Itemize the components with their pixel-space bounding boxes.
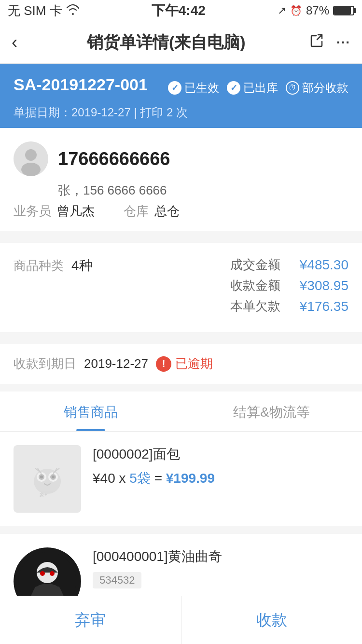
customer-phone: 17666666666 xyxy=(58,149,170,169)
tabs-section: 销售商品 结算&物流等 xyxy=(0,392,362,432)
avatar xyxy=(14,141,48,176)
total-1: ¥199.99 xyxy=(166,471,215,486)
due-date: 2019-12-27 xyxy=(84,356,148,371)
more-button[interactable]: ··· xyxy=(336,35,350,50)
cancel-button[interactable]: 弃审 xyxy=(0,596,181,644)
confirm-button[interactable]: 收款 xyxy=(181,596,362,644)
debt-label: 本单欠款 xyxy=(230,298,280,315)
svg-text:象+: 象+ xyxy=(40,492,47,497)
product-price-1: ¥40 x 5袋 = ¥199.99 xyxy=(93,469,348,488)
nav-bar: ‹ 销货单详情(来自电脑) ··· xyxy=(0,21,362,64)
stats-section: 商品种类 4种 成交金额 ¥485.30 收款金额 ¥308.95 本单欠款 ¥… xyxy=(0,239,362,332)
status-time: 下午4:42 xyxy=(152,1,206,20)
clock-icon: ⏱ xyxy=(286,81,299,95)
svg-point-9 xyxy=(52,476,55,478)
order-id: SA-20191227-001 xyxy=(14,75,148,94)
back-button[interactable]: ‹ xyxy=(12,28,23,56)
customer-name-detail: 张，156 6666 6666 xyxy=(14,182,348,199)
staff-value: 曾凡杰 xyxy=(57,203,95,220)
deal-label: 成交金额 xyxy=(230,256,280,273)
svg-point-8 xyxy=(40,476,43,478)
status-badges: ✓ 已生效 ✓ 已出库 ⏱ 部分收款 xyxy=(168,80,348,96)
due-section: 收款到期日 2019-12-27 ! 已逾期 xyxy=(0,340,362,384)
deal-value: ¥485.30 xyxy=(300,257,348,273)
product-info-1: [0000002]面包 ¥40 x 5袋 = ¥199.99 xyxy=(93,445,348,488)
check-icon-1: ✓ xyxy=(168,81,181,95)
overdue-badge: ! 已逾期 xyxy=(156,355,213,372)
badge-partial: ⏱ 部分收款 xyxy=(286,80,348,96)
svg-point-2 xyxy=(21,163,41,176)
warehouse-row: 仓库 总仓 xyxy=(124,203,180,220)
alarm-icon: ⏰ xyxy=(290,5,302,16)
badge-active: ✓ 已生效 xyxy=(168,80,219,96)
staff-row: 业务员 曾凡杰 xyxy=(14,203,95,220)
tab-products[interactable]: 销售商品 xyxy=(0,392,181,431)
location-icon: ↗ xyxy=(278,4,286,17)
order-meta: 单据日期：2019-12-27 | 打印 2 次 xyxy=(14,105,188,120)
warehouse-value: 总仓 xyxy=(154,203,180,220)
warehouse-label: 仓库 xyxy=(124,203,149,220)
staff-label: 业务员 xyxy=(14,203,51,220)
battery-percent: 87% xyxy=(306,4,329,17)
stats-left: 商品种类 4种 xyxy=(14,256,93,275)
share-button[interactable] xyxy=(309,33,325,52)
qty-1: 5袋 xyxy=(129,471,151,486)
product-item: 象+ [0000002]面包 ¥40 x 5袋 = ¥199.99 xyxy=(0,432,362,526)
customer-section: 17666666666 张，156 6666 6666 业务员 曾凡杰 仓库 总… xyxy=(0,128,362,231)
svg-point-3 xyxy=(34,469,61,494)
svg-point-1 xyxy=(25,149,37,161)
page-title: 销货单详情(来自电脑) xyxy=(23,31,309,54)
carrier-text: 无 SIM 卡 xyxy=(8,2,62,19)
product-image-1: 象+ xyxy=(14,445,81,513)
product-type-label: 商品种类 xyxy=(14,257,64,274)
svg-point-14 xyxy=(50,571,55,576)
due-label: 收款到期日 xyxy=(14,355,76,372)
tab-settlement[interactable]: 结算&物流等 xyxy=(181,392,362,431)
receipt-label: 收款金额 xyxy=(230,277,280,294)
svg-point-13 xyxy=(40,571,45,576)
nav-actions: ··· xyxy=(309,33,350,52)
check-icon-2: ✓ xyxy=(227,81,240,95)
header-banner: SA-20191227-001 ✓ 已生效 ✓ 已出库 ⏱ 部分收款 单据日期：… xyxy=(0,64,362,128)
status-bar: 无 SIM 卡 下午4:42 ↗ ⏰ 87% xyxy=(0,0,362,21)
overdue-text: 已逾期 xyxy=(175,355,213,372)
overdue-icon: ! xyxy=(156,356,171,372)
status-right: ↗ ⏰ 87% xyxy=(278,4,354,17)
price-1: ¥40 xyxy=(93,471,115,486)
battery-icon xyxy=(333,6,354,15)
product-sku-2: 534532 xyxy=(93,572,141,588)
product-name-2: [000400001]黄油曲奇 xyxy=(93,547,348,566)
receipt-value: ¥308.95 xyxy=(300,278,348,294)
product-name-1: [0000002]面包 xyxy=(93,445,348,463)
product-type-value: 4种 xyxy=(71,256,93,275)
debt-value: ¥176.35 xyxy=(300,299,348,314)
stats-right: 成交金额 ¥485.30 收款金额 ¥308.95 本单欠款 ¥176.35 xyxy=(230,256,348,319)
tabs-row: 销售商品 结算&物流等 xyxy=(0,392,362,432)
badge-shipped: ✓ 已出库 xyxy=(227,80,278,96)
wifi-icon xyxy=(66,3,80,18)
bottom-bar: 弃审 收款 xyxy=(0,596,362,644)
status-left: 无 SIM 卡 xyxy=(8,2,80,19)
